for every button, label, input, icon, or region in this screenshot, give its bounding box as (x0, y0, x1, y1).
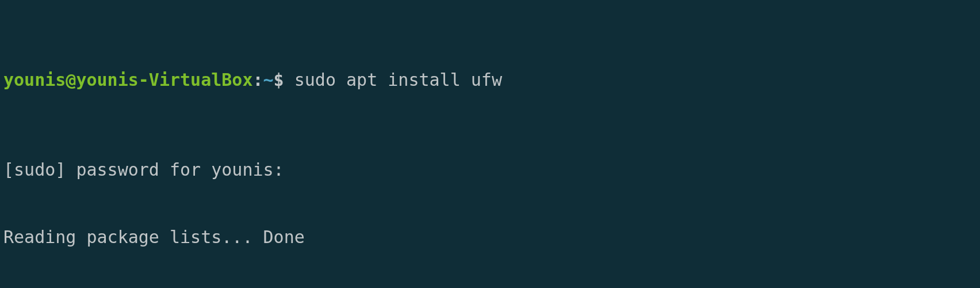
terminal-output-line: [sudo] password for younis: (3, 158, 977, 181)
prompt-user-host: younis@younis-VirtualBox (3, 70, 252, 90)
prompt-dollar: $ (274, 70, 284, 90)
prompt-path: ~ (263, 70, 274, 90)
command-text: sudo apt install ufw (284, 70, 502, 90)
terminal-output-line: Reading package lists... Done (3, 226, 977, 248)
terminal-line-prompt-1: younis@younis-VirtualBox:~$ sudo apt ins… (3, 69, 977, 91)
prompt-colon: : (252, 70, 263, 90)
terminal-window[interactable]: younis@younis-VirtualBox:~$ sudo apt ins… (0, 0, 980, 288)
